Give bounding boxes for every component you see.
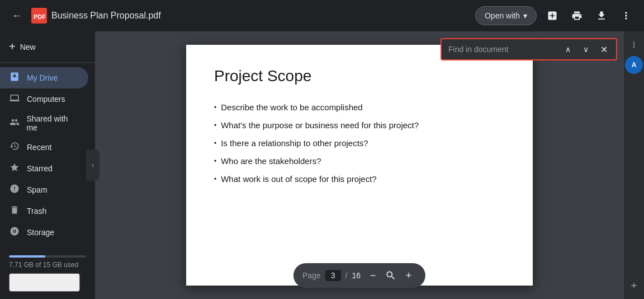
bullet-5-text: What work is out of scope for this proje…: [221, 172, 376, 186]
find-close-icon: ✕: [600, 44, 608, 55]
zoom-in-icon: +: [406, 270, 412, 282]
bullet-item-5: What work is out of scope for this proje…: [214, 170, 505, 188]
sidebar-item-computers[interactable]: Computers: [0, 88, 88, 110]
right-panel: A: [624, 31, 644, 299]
pdf-icon: PDF: [31, 8, 47, 24]
zoom-out-button[interactable]: −: [365, 268, 381, 283]
get-storage-label: Get more storage: [16, 278, 73, 287]
trash-icon: [9, 205, 20, 217]
sidebar-item-spam[interactable]: Spam: [0, 179, 88, 200]
page-total: 16: [352, 271, 361, 280]
open-with-button[interactable]: Open with ▾: [475, 6, 537, 25]
collapse-icon: ‹: [92, 161, 94, 169]
my-drive-icon: [9, 72, 20, 84]
starred-icon: [9, 162, 20, 175]
find-prev-button[interactable]: ∧: [560, 41, 576, 57]
open-with-label: Open with: [485, 11, 520, 20]
right-panel-more-button[interactable]: [625, 36, 643, 54]
svg-text:PDF: PDF: [34, 13, 46, 20]
page-number-input[interactable]: [325, 270, 341, 281]
find-prev-icon: ∧: [565, 45, 571, 54]
computers-icon: [9, 93, 20, 105]
bullet-item-3: Is there a relationship to other project…: [214, 134, 505, 152]
bullet-item-2: What's the purpose or business need for …: [214, 116, 505, 134]
sidebar-item-shared[interactable]: Shared with me: [0, 110, 88, 137]
print-button[interactable]: [566, 4, 588, 27]
shared-icon: [9, 117, 20, 129]
bullet-1-text: Describe the work to be accomplished: [221, 101, 362, 114]
sidebar-item-label: Trash: [27, 207, 46, 216]
sidebar-item-label: Shared with me: [26, 114, 79, 132]
plus-icon: +: [9, 40, 16, 53]
storage-bar: [9, 255, 86, 258]
zoom-out-icon: −: [370, 270, 376, 282]
recent-icon: [9, 141, 20, 153]
avatar-button[interactable]: A: [625, 56, 643, 74]
top-bar-right: [541, 4, 637, 27]
bullet-3-text: Is there a relationship to other project…: [221, 137, 368, 150]
sidebar-item-label: Starred: [27, 164, 53, 173]
right-panel-add-button[interactable]: [625, 277, 643, 295]
new-button[interactable]: + New: [0, 36, 95, 58]
file-title: Business Plan Proposal.pdf: [51, 11, 471, 21]
find-input[interactable]: [446, 43, 558, 56]
add-to-drive-button[interactable]: [541, 4, 564, 27]
zoom-icon: [385, 270, 396, 281]
more-options-button[interactable]: [615, 4, 637, 27]
collapse-sidebar-button[interactable]: ‹: [86, 150, 100, 181]
sidebar-item-label: Computers: [27, 95, 65, 104]
sidebar-item-recent[interactable]: Recent: [0, 137, 88, 158]
pdf-viewer: ∧ ∨ ✕ Project Scope Describe the work to…: [95, 31, 624, 299]
pdf-page: Project Scope Describe the work to be ac…: [186, 45, 533, 286]
storage-bar-fill: [9, 255, 45, 258]
dropdown-icon: ▾: [523, 11, 527, 20]
sidebar-item-label: My Drive: [27, 73, 58, 82]
sidebar-divider: [0, 62, 95, 63]
main-content: + New My Drive Computers Shared with me: [0, 31, 644, 299]
download-button[interactable]: [590, 4, 613, 27]
spam-icon: [9, 184, 20, 196]
storage-icon: [9, 226, 20, 239]
back-button[interactable]: ←: [7, 6, 27, 26]
sidebar-item-my-drive[interactable]: My Drive: [0, 67, 88, 88]
find-next-icon: ∨: [583, 45, 589, 54]
storage-section: 7.71 GB of 15 GB used Get more storage: [0, 243, 95, 299]
get-more-storage-button[interactable]: Get more storage: [9, 273, 80, 292]
page-label: Page: [302, 271, 321, 280]
sidebar-item-trash[interactable]: Trash: [0, 200, 88, 222]
pdf-heading: Project Scope: [214, 67, 505, 85]
storage-used-text: 7.71 GB of 15 GB used: [9, 261, 78, 269]
find-close-button[interactable]: ✕: [596, 41, 612, 57]
bullet-item-4: Who are the stakeholders?: [214, 152, 505, 170]
top-bar: ← PDF Business Plan Proposal.pdf Open wi…: [0, 0, 644, 31]
zoom-in-button[interactable]: +: [401, 268, 416, 283]
back-icon: ←: [12, 10, 22, 22]
new-label: New: [20, 43, 36, 52]
sidebar-item-starred[interactable]: Starred: [0, 158, 88, 179]
sidebar: + New My Drive Computers Shared with me: [0, 31, 95, 299]
find-toolbar: ∧ ∨ ✕: [441, 38, 617, 60]
sidebar-item-label: Spam: [27, 185, 48, 194]
bullet-4-text: Who are the stakeholders?: [221, 155, 321, 168]
sidebar-item-label: Storage: [27, 228, 54, 237]
sidebar-item-storage[interactable]: Storage: [0, 222, 88, 243]
pdf-bullet-list: Describe the work to be accomplished Wha…: [214, 99, 505, 188]
page-controls: Page / 16 − +: [293, 263, 425, 288]
find-next-button[interactable]: ∨: [578, 41, 594, 57]
bullet-2-text: What's the purpose or business need for …: [221, 119, 419, 132]
page-separator: /: [345, 271, 348, 280]
bullet-item-1: Describe the work to be accomplished: [214, 99, 505, 116]
sidebar-item-label: Recent: [27, 143, 51, 152]
